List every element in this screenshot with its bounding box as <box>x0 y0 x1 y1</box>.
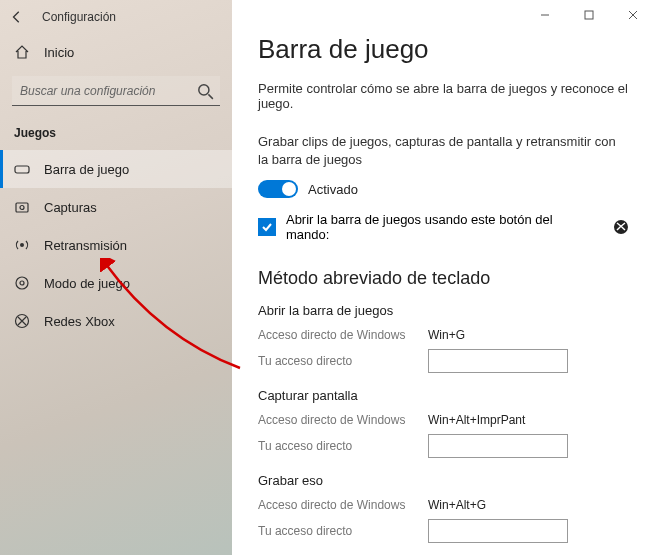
page-description: Permite controlar cómo se abre la barra … <box>258 81 629 111</box>
sidebar: Configuración Inicio Juegos Barra de jue… <box>0 0 232 555</box>
svg-point-7 <box>20 281 24 285</box>
user-shortcut-label: Tu acceso directo <box>258 439 428 453</box>
windows-shortcut-label: Acceso directo de Windows <box>258 498 428 512</box>
maximize-button[interactable] <box>567 0 611 30</box>
main-content: Barra de juego Permite controlar cómo se… <box>232 0 655 555</box>
xbox-guide-icon <box>613 219 629 235</box>
shortcut-title: Capturar pantalla <box>258 388 629 403</box>
sidebar-item-label: Retransmisión <box>44 238 127 253</box>
svg-point-5 <box>20 243 24 247</box>
sidebar-item-label: Modo de juego <box>44 276 130 291</box>
search-icon[interactable] <box>196 82 214 100</box>
svg-rect-2 <box>15 166 29 173</box>
windows-shortcut-label: Acceso directo de Windows <box>258 328 428 342</box>
windows-shortcut-value: Win+Alt+G <box>428 498 486 512</box>
windows-shortcut-label: Acceso directo de Windows <box>258 413 428 427</box>
home-link[interactable]: Inicio <box>0 34 232 70</box>
svg-point-4 <box>20 206 24 210</box>
user-shortcut-input[interactable] <box>428 349 568 373</box>
search-input[interactable] <box>12 76 220 106</box>
sidebar-item-redes-xbox[interactable]: Redes Xbox <box>0 302 232 340</box>
shortcut-title: Abrir la barra de juegos <box>258 303 629 318</box>
xbox-icon <box>14 313 30 329</box>
back-icon[interactable] <box>10 10 24 24</box>
page-title: Barra de juego <box>258 34 629 65</box>
shortcut-group: Capturar pantallaAcceso directo de Windo… <box>258 388 629 459</box>
shortcut-group: Grabar esoAcceso directo de WindowsWin+A… <box>258 473 629 544</box>
sidebar-item-label: Redes Xbox <box>44 314 115 329</box>
user-shortcut-input[interactable] <box>428 519 568 543</box>
shortcuts-heading: Método abreviado de teclado <box>258 268 629 289</box>
shortcut-group: Abrir la barra de juegosAcceso directo d… <box>258 303 629 374</box>
minimize-button[interactable] <box>523 0 567 30</box>
toggle-state-label: Activado <box>308 182 358 197</box>
svg-point-6 <box>16 277 28 289</box>
controller-checkbox-row: Abrir la barra de juegos usando este bot… <box>258 212 629 242</box>
svg-line-1 <box>208 94 213 99</box>
user-shortcut-label: Tu acceso directo <box>258 524 428 538</box>
app-title: Configuración <box>42 10 116 24</box>
close-button[interactable] <box>611 0 655 30</box>
shortcut-title: Grabar eso <box>258 473 629 488</box>
record-label: Grabar clips de juegos, capturas de pant… <box>258 133 629 168</box>
sidebar-item-capturas[interactable]: Capturas <box>0 188 232 226</box>
broadcast-icon <box>14 237 30 253</box>
controller-checkbox[interactable] <box>258 218 276 236</box>
sidebar-item-label: Barra de juego <box>44 162 129 177</box>
svg-rect-10 <box>585 11 593 19</box>
svg-point-0 <box>199 85 209 95</box>
record-toggle[interactable] <box>258 180 298 198</box>
home-icon <box>14 44 30 60</box>
record-toggle-row: Activado <box>258 180 629 198</box>
window-controls <box>523 0 655 30</box>
search-wrap <box>12 76 220 106</box>
sidebar-item-modo-de-juego[interactable]: Modo de juego <box>0 264 232 302</box>
gamemode-icon <box>14 275 30 291</box>
titlebar: Configuración <box>0 0 232 34</box>
home-label: Inicio <box>44 45 74 60</box>
nav-group-title: Juegos <box>0 118 232 150</box>
sidebar-item-retransmision[interactable]: Retransmisión <box>0 226 232 264</box>
sidebar-item-barra-de-juego[interactable]: Barra de juego <box>0 150 232 188</box>
captures-icon <box>14 199 30 215</box>
user-shortcut-label: Tu acceso directo <box>258 354 428 368</box>
windows-shortcut-value: Win+G <box>428 328 465 342</box>
svg-rect-3 <box>16 203 28 212</box>
user-shortcut-input[interactable] <box>428 434 568 458</box>
sidebar-item-label: Capturas <box>44 200 97 215</box>
windows-shortcut-value: Win+Alt+ImprPant <box>428 413 525 427</box>
gamebar-icon <box>14 161 30 177</box>
controller-checkbox-label: Abrir la barra de juegos usando este bot… <box>286 212 599 242</box>
